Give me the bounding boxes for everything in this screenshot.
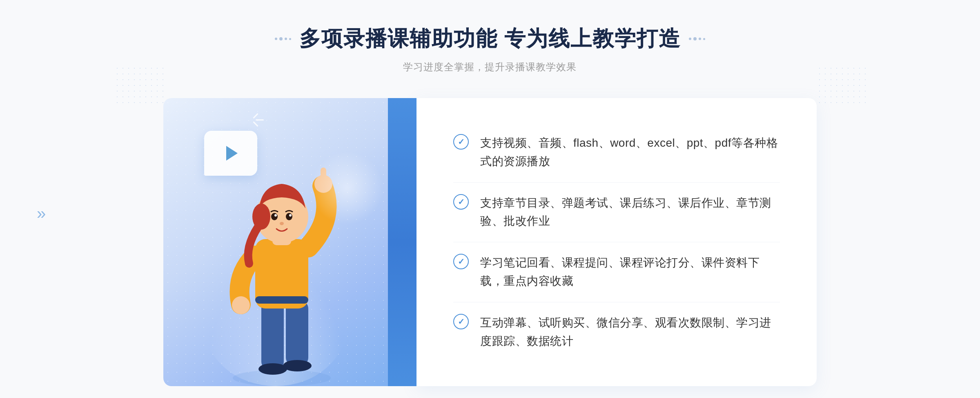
feature-text-1: 支持视频、音频、flash、word、excel、ppt、pdf等各种格式的资源… xyxy=(480,134,780,171)
subtitle: 学习进度全掌握，提升录播课教学效果 xyxy=(275,60,705,74)
check-icon-1: ✓ xyxy=(453,134,469,150)
header-section: 多项录播课辅助功能 专为线上教学打造 学习进度全掌握，提升录播课教学效果 xyxy=(275,25,705,74)
blue-sidebar-bar xyxy=(388,98,416,386)
svg-rect-1 xyxy=(261,300,284,370)
svg-point-16 xyxy=(280,222,284,225)
svg-rect-2 xyxy=(286,300,308,366)
svg-point-8 xyxy=(232,296,250,314)
checkmark-symbol-2: ✓ xyxy=(458,198,465,206)
checkmark-symbol-1: ✓ xyxy=(458,138,465,146)
feature-item-3: ✓ 学习笔记回看、课程提问、课程评论打分、课件资料下载，重点内容收藏 xyxy=(453,242,780,302)
dots-decoration-left xyxy=(114,65,163,106)
page-container: » 多项录播课辅助功能 专为线上教学打造 学习进度全掌握，提升录播课教学效果 xyxy=(0,0,980,398)
features-panel: ✓ 支持视频、音频、flash、word、excel、ppt、pdf等各种格式的… xyxy=(416,98,817,386)
decorator-dots-left xyxy=(275,37,291,40)
svg-point-13 xyxy=(286,213,292,220)
dots-decoration-right xyxy=(817,65,866,106)
svg-rect-17 xyxy=(255,296,308,304)
svg-point-4 xyxy=(283,360,312,371)
content-area: ✓ 支持视频、音频、flash、word、excel、ppt、pdf等各种格式的… xyxy=(163,98,817,386)
header-decorators: 多项录播课辅助功能 专为线上教学打造 xyxy=(275,25,705,53)
svg-point-15 xyxy=(289,214,292,217)
chevron-left-icon: » xyxy=(37,204,46,223)
svg-point-3 xyxy=(258,363,287,375)
illustration-panel xyxy=(163,98,416,386)
feature-item-2: ✓ 支持章节目录、弹题考试、课后练习、课后作业、章节测验、批改作业 xyxy=(453,183,780,243)
svg-point-12 xyxy=(271,213,278,220)
feature-text-4: 互动弹幕、试听购买、微信分享、观看次数限制、学习进度跟踪、数据统计 xyxy=(480,314,780,351)
check-icon-2: ✓ xyxy=(453,194,469,210)
feature-item-1: ✓ 支持视频、音频、flash、word、excel、ppt、pdf等各种格式的… xyxy=(453,123,780,183)
check-icon-4: ✓ xyxy=(453,314,469,329)
light-beam xyxy=(310,151,384,225)
svg-point-14 xyxy=(274,214,277,217)
feature-text-3: 学习笔记回看、课程提问、课程评论打分、课件资料下载，重点内容收藏 xyxy=(480,254,780,291)
checkmark-symbol-3: ✓ xyxy=(458,257,465,266)
checkmark-symbol-4: ✓ xyxy=(458,318,465,326)
check-icon-3: ✓ xyxy=(453,254,469,269)
decorator-dots-right xyxy=(689,37,705,40)
feature-text-2: 支持章节目录、弹题考试、课后练习、课后作业、章节测验、批改作业 xyxy=(480,194,780,231)
feature-item-4: ✓ 互动弹幕、试听购买、微信分享、观看次数限制、学习进度跟踪、数据统计 xyxy=(453,302,780,362)
main-title: 多项录播课辅助功能 专为线上教学打造 xyxy=(299,25,681,53)
